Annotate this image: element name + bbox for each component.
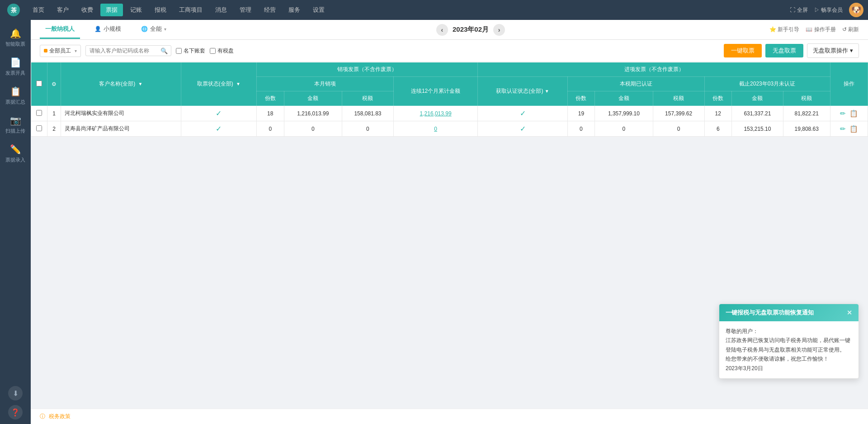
no-plate-ops-button[interactable]: 无盘取票操作 ▾ — [807, 43, 859, 58]
nav-settings[interactable]: 设置 — [307, 4, 330, 16]
nav-customer[interactable]: 客户 — [52, 4, 74, 16]
th-cert-tax: 税额 — [653, 91, 704, 106]
nav-items: 首页 客户 收费 票据 记账 报税 工商项目 消息 管理 经营 服务 设置 — [27, 4, 790, 16]
row1-sales-tax: 158,081.83 — [342, 106, 394, 121]
tab-all-in-one[interactable]: 🌐 全能 ▾ — [136, 20, 172, 39]
search-wrap: 🔍 — [85, 45, 171, 56]
status-check-icon: ✓ — [216, 110, 222, 117]
main-table: ⚙ 客户名称(全部) ▼ 取票状态(全部) ▼ 销项发票（不含作废票） 进项发票… — [31, 62, 868, 137]
sales-12m-link2[interactable]: 0 — [434, 126, 437, 132]
row2-uncert-tax: 19,808.63 — [783, 121, 830, 137]
row1-edit-icon[interactable]: ✏ — [840, 110, 846, 117]
nav-business[interactable]: 工商项目 — [174, 4, 208, 16]
row2-checkbox — [31, 121, 47, 137]
row2-detail-icon[interactable]: 📋 — [849, 125, 858, 133]
status-filter-icon[interactable]: ▼ — [236, 81, 241, 86]
manual-button[interactable]: 📖 操作手册 — [806, 26, 835, 33]
summary-icon: 📋 — [10, 86, 21, 97]
toolbar-right: 一键取票 无盘取票 无盘取票操作 ▾ — [724, 43, 859, 58]
th-purchase-invoice: 进项发票（不含作废票） — [478, 62, 830, 77]
fullscreen-button[interactable]: ⛶ 全屏 — [790, 6, 807, 14]
invoice-icon: 📄 — [10, 57, 21, 68]
th-12month: 连续12个月累计金额 — [393, 77, 478, 106]
search-input[interactable] — [85, 45, 171, 56]
row2-sales-tax: 0 — [342, 121, 394, 137]
th-uncert-tax: 税额 — [783, 91, 830, 106]
row1-check[interactable] — [36, 110, 42, 116]
tax-plate-checkbox[interactable]: 有税盘 — [210, 47, 234, 55]
next-month-button[interactable]: › — [493, 24, 505, 36]
sidebar-download-icon[interactable]: ⬇ — [8, 386, 23, 400]
sales-12m-link[interactable]: 1,216,013.99 — [420, 110, 452, 117]
nav-operation[interactable]: 经营 — [259, 4, 281, 16]
sidebar-item-invoice-issue[interactable]: 📄 发票开具 — [2, 53, 29, 80]
th-status: 取票状态(全部) ▼ — [181, 62, 256, 106]
sidebar-item-smart-ticket[interactable]: 🔔 智能取票 — [2, 24, 29, 51]
one-key-ticket-button[interactable]: 一键取票 — [724, 44, 762, 57]
sidebar-item-scan-upload[interactable]: 📷 扫描上传 — [2, 111, 29, 138]
date-navigation: ‹ 2023年02月 › — [181, 24, 760, 36]
employee-select[interactable]: 全部员工 ▾ — [40, 45, 81, 57]
search-icon: 🔍 — [160, 48, 168, 54]
tax-plate-check[interactable] — [210, 48, 216, 54]
entry-icon: ✏️ — [10, 144, 21, 155]
sidebar-label-summary: 票据汇总 — [5, 99, 25, 105]
user-avatar[interactable]: 🐶 — [849, 3, 863, 17]
tab-general-taxpayer[interactable]: 一般纳税人 — [40, 20, 80, 39]
row2-ops: ✏ 📋 — [830, 121, 868, 137]
scan-icon: 📷 — [10, 115, 21, 126]
cert-filter-icon[interactable]: ▼ — [545, 89, 549, 94]
nav-bookkeeping[interactable]: 记账 — [125, 4, 147, 16]
th-sales-count: 份数 — [256, 91, 284, 106]
nav-home[interactable]: 首页 — [27, 4, 50, 16]
nav-tax[interactable]: 报税 — [149, 4, 172, 16]
filter-icon[interactable]: ▼ — [138, 81, 143, 86]
toolbar: 全部员工 ▾ 🔍 名下账套 有税盘 一键取票 无盘取票 无盘取票操作 ▾ — [31, 40, 868, 62]
notification-scroll[interactable]: 尊敬的用户： 江苏政务网已恢复访问电子税务局功能，易代账一键登陆电子税务局与无盘… — [719, 321, 859, 378]
sidebar-label-entry: 票据录入 — [5, 157, 25, 163]
policy-link[interactable]: 税务政策 — [49, 413, 71, 420]
row1-cert-tax: 157,399.62 — [653, 106, 704, 121]
row2-cert-tax: 0 — [653, 121, 704, 137]
th-month-sales: 本月销项 — [256, 77, 393, 91]
new-guide-button[interactable]: ⭐ 新手引导 — [769, 26, 799, 33]
tab-small-scale[interactable]: 👤 小规模 — [89, 20, 127, 39]
select-all-checkbox[interactable] — [36, 81, 42, 86]
sidebar-help-icon[interactable]: ❓ — [8, 405, 23, 419]
refresh-button[interactable]: ↺ 刷新 — [842, 26, 859, 33]
nav-ticket[interactable]: 票据 — [100, 4, 123, 16]
th-uncert-count: 份数 — [704, 91, 732, 106]
svg-text:茶: 茶 — [11, 7, 17, 14]
th-sales-invoice: 销项发票（不含作废票） — [256, 62, 477, 77]
nav-management[interactable]: 管理 — [234, 4, 257, 16]
row2-no: 2 — [47, 121, 61, 137]
sub-account-checkbox[interactable]: 名下账套 — [176, 47, 205, 55]
vip-button[interactable]: ▷ 畅享会员 — [814, 6, 843, 14]
row2-uncert-count: 6 — [704, 121, 732, 137]
nav-fee[interactable]: 收费 — [76, 4, 99, 16]
row1-status: ✓ — [181, 106, 256, 121]
prev-month-button[interactable]: ‹ — [436, 24, 448, 36]
row2-edit-icon[interactable]: ✏ — [840, 125, 846, 133]
sidebar-item-ticket-summary[interactable]: 📋 票据汇总 — [2, 82, 29, 109]
sidebar-item-ticket-entry[interactable]: ✏️ 票据录入 — [2, 140, 29, 167]
row2-check[interactable] — [36, 125, 42, 131]
row1-sales-amount: 1,216,013.99 — [284, 106, 342, 121]
no-plate-ticket-button[interactable]: 无盘取票 — [765, 44, 803, 57]
small-scale-icon: 👤 — [94, 26, 101, 32]
nav-service[interactable]: 服务 — [283, 4, 306, 16]
th-uncert-amount: 金额 — [732, 91, 783, 106]
logo: 茶 — [5, 1, 23, 19]
chevron-down-icon: ▾ — [164, 27, 166, 32]
row1-cert-count: 19 — [567, 106, 595, 121]
row2-status: ✓ — [181, 121, 256, 137]
nav-message[interactable]: 消息 — [210, 4, 232, 16]
sub-account-check[interactable] — [176, 48, 182, 54]
current-month: 2023年02月 — [453, 25, 489, 34]
tab-actions: ⭐ 新手引导 📖 操作手册 ↺ 刷新 — [769, 26, 859, 33]
row1-no: 1 — [47, 106, 61, 121]
row1-detail-icon[interactable]: 📋 — [849, 110, 858, 117]
employee-dropdown-icon: ▾ — [75, 48, 77, 53]
cert-status2-icon: ✓ — [520, 125, 526, 133]
notification-close-button[interactable]: ✕ — [847, 309, 852, 316]
